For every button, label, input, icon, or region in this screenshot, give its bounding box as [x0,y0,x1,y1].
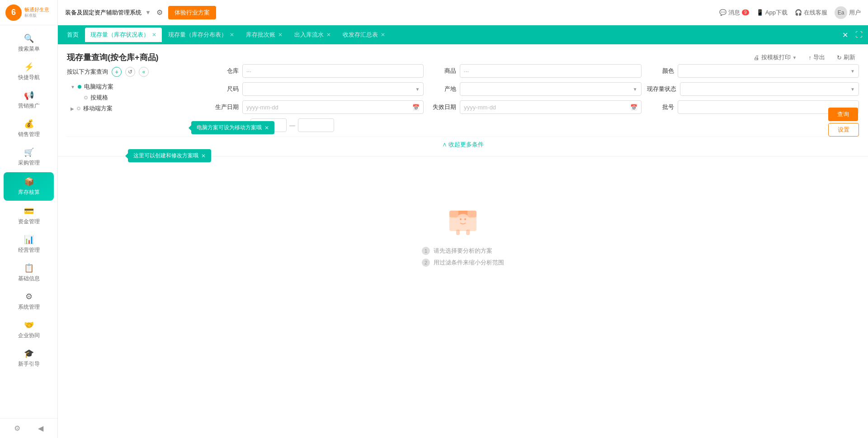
topbar-left: 装备及固定资产辅助管理系统 ▼ ⚙ 体验行业方案 [65,6,216,19]
filter-scheme-btn[interactable]: ↺ [125,67,135,77]
app-download-btn[interactable]: 📱 App下载 [756,9,788,17]
page-header: 现存量查询(按仓库+商品) 🖨 按模板打印 ▼ ↑ 导出 ↻ 刷新 [58,44,868,67]
operation-icon: 📊 [24,235,34,245]
message-btn[interactable]: 💬 消息 9 [719,9,749,17]
tab-batch-ledger-label: 库存批次账 [246,31,275,39]
filter-left-btn[interactable]: « [139,67,149,77]
search-btn[interactable]: 查询 [828,108,858,121]
tab-home-label: 首页 [67,31,79,39]
topbar-right: 💬 消息 9 📱 App下载 🎧 在线客服 Ea 用户 [719,6,861,19]
page-actions: 🖨 按模板打印 ▼ ↑ 导出 ↻ 刷新 [750,52,859,63]
refresh-label: 刷新 [844,53,855,61]
guide-icon: 🎓 [24,349,34,358]
system-icon: ⚙ [25,292,33,301]
refresh-btn[interactable]: ↻ 刷新 [833,52,859,63]
sidebar-item-purchase[interactable]: 🛒 采购管理 [0,143,57,171]
maximize-btn[interactable]: ⛶ [854,29,864,41]
warehouse-dots: ··· [246,68,251,75]
export-icon: ↑ [809,54,812,61]
filter-label: 按以下方案查询 [67,68,108,76]
tab-inventory-status[interactable]: 现存量（库存状况表） ✕ [85,28,162,42]
phone-icon: 📱 [756,9,764,16]
filter-add-btn[interactable]: + [112,67,122,77]
tooltip-1: 电脑方案可设为移动方案哦 ✕ [191,121,274,134]
inv-status-select[interactable]: ▼ [680,82,859,96]
tab-inventory-status-close[interactable]: ✕ [152,32,156,38]
tooltip-2-close[interactable]: ✕ [201,153,206,159]
batch-label: 批号 [647,103,674,111]
sidebar-item-search-menu[interactable]: 🔍 搜索菜单 [0,29,57,57]
tab-in-out-flow-label: 出入库流水 [294,31,324,39]
sidebar-item-label: 新手引导 [18,360,40,368]
sidebar-item-marketing[interactable]: 📢 营销推广 [0,86,57,114]
print-btn[interactable]: 🖨 按模板打印 ▼ [750,52,801,63]
origin-arrow: ▼ [633,87,637,92]
sidebar-item-operation[interactable]: 📊 经营管理 [0,230,57,259]
tab-inventory-dist-label: 现存量（库存分布表） [168,31,227,39]
online-support-btn[interactable]: 🎧 在线客服 [795,9,827,17]
settings-icon[interactable]: ⚙ [14,424,20,433]
user-area[interactable]: Ea 用户 [835,6,861,19]
product-dots: ··· [464,68,469,75]
tab-batch-ledger-close[interactable]: ✕ [278,32,283,38]
sidebar-item-label: 销售管理 [18,131,40,138]
prod-date-placeholder: yyyy-mm-dd [246,104,278,111]
support-label: 在线客服 [804,9,827,17]
tooltip-1-close[interactable]: ✕ [264,125,269,131]
sidebar: 6 畅通好生意 标准版 🔍 搜索菜单 ⚡ 快捷导航 📢 营销推广 💰 销售管理 … [0,0,58,438]
tab-in-out-flow-close[interactable]: ✕ [326,32,331,38]
scheme-desktop-dot [78,85,81,89]
empty-tips: 1 请先选择要分析的方案 2 用过滤条件来缩小分析范围 [422,247,504,267]
reset-btn[interactable]: 设置 [828,123,859,137]
tab-inventory-dist-close[interactable]: ✕ [230,32,234,38]
sidebar-item-guide[interactable]: 🎓 新手引导 [0,344,57,372]
collapse-sidebar-icon[interactable]: ◀ [38,424,43,433]
system-name-select[interactable]: 装备及固定资产辅助管理系统 ▼ [65,9,151,17]
sidebar-item-quick-nav[interactable]: ⚡ 快捷导航 [0,57,57,86]
sidebar-item-cooperation[interactable]: 🤝 企业协同 [0,316,57,344]
industry-btn[interactable]: 体验行业方案 [168,6,216,19]
color-arrow: ▼ [850,69,855,74]
sidebar-item-label: 快捷导航 [18,74,40,81]
qty-to-input[interactable] [298,118,334,132]
warehouse-label: 仓库 [212,67,239,75]
tooltip-2-text: 这里可以创建和修改方案哦 [133,152,198,160]
sidebar-item-basic[interactable]: 📋 基础信息 [0,259,57,287]
prod-date-input[interactable]: yyyy-mm-dd 📅 [242,100,424,114]
tab-home[interactable]: 首页 [61,28,84,42]
prod-date-label: 生产日期 [212,103,239,111]
print-icon: 🖨 [754,54,760,61]
filter-warehouse: 仓库 ··· [212,64,424,78]
tab-inventory-dist[interactable]: 现存量（库存分布表） ✕ [163,28,240,42]
tip-1-num: 1 [422,247,430,255]
sidebar-item-label: 采购管理 [18,159,40,167]
product-input[interactable]: ··· [460,64,641,78]
sidebar-item-inventory[interactable]: 📦 库存核算 [4,172,54,201]
user-name: 用户 [849,9,861,17]
filter-color: 颜色 ▼ [647,64,859,78]
filter-fields-area: 仓库 ··· 商品 ··· [212,64,859,132]
sidebar-item-label: 搜索菜单 [18,45,40,53]
color-select[interactable]: ▼ [678,64,859,78]
sidebar-item-finance[interactable]: 💳 资金管理 [0,202,57,230]
tab-batch-ledger[interactable]: 库存批次账 ✕ [241,28,288,42]
sidebar-item-sales[interactable]: 💰 销售管理 [0,114,57,143]
search-icon: 🔍 [24,33,34,43]
close-all-tabs-btn[interactable]: ✕ [840,29,850,41]
export-btn[interactable]: ↑ 导出 [805,52,829,63]
origin-select[interactable]: ▼ [460,82,641,96]
tab-receive-summary-close[interactable]: ✕ [381,32,385,38]
tab-inventory-status-label: 现存量（库存状况表） [90,31,149,39]
sidebar-item-system[interactable]: ⚙ 系统管理 [0,287,57,316]
exp-date-input[interactable]: yyyy-mm-dd 📅 [460,100,641,114]
sidebar-item-label: 系统管理 [18,303,40,311]
tip-2-text: 用过滤条件来缩小分析范围 [434,259,504,267]
topbar-settings-icon[interactable]: ⚙ [156,8,163,17]
tab-in-out-flow[interactable]: 出入库流水 ✕ [289,28,336,42]
system-name-text: 装备及固定资产辅助管理系统 [65,9,142,17]
size-select[interactable]: ▼ [242,82,424,96]
warehouse-input[interactable]: ··· [242,64,424,78]
finance-icon: 💳 [24,206,34,216]
tab-receive-summary[interactable]: 收发存汇总表 ✕ [337,28,391,42]
filter-row-4: 现存量（主） — [212,118,859,132]
